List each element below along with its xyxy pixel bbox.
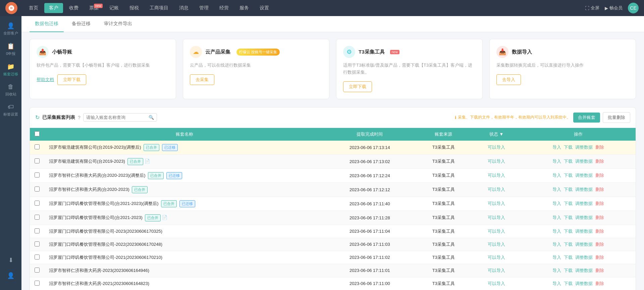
action-下载[interactable]: 下载 <box>564 187 573 192</box>
action-导入[interactable]: 导入 <box>552 255 561 260</box>
action-删除[interactable]: 删除 <box>595 268 604 273</box>
search-submit-icon[interactable]: 🔍 <box>149 115 154 120</box>
action-下载[interactable]: 下载 <box>564 242 573 247</box>
action-删除[interactable]: 删除 <box>595 173 604 178</box>
row-checkbox-9[interactable] <box>35 255 40 260</box>
row-checkbox-3[interactable] <box>35 172 40 177</box>
nav-operation[interactable]: 经营 <box>215 3 233 13</box>
member-btn[interactable]: ▶ 畅会员 <box>605 5 623 11</box>
action-调整数据[interactable]: 调整数据 <box>575 268 593 273</box>
action-下载[interactable]: 下载 <box>564 159 573 164</box>
row-time: 2023-06-06 17:11:40 <box>325 197 415 211</box>
user-btn[interactable]: 👤 <box>4 269 17 282</box>
action-下载[interactable]: 下载 <box>564 229 573 234</box>
xiaochang-help-link[interactable]: 帮助文档 <box>37 77 54 83</box>
action-下载[interactable]: 下载 <box>564 215 573 220</box>
action-调整数据[interactable]: 调整数据 <box>575 145 593 150</box>
action-下载[interactable]: 下载 <box>564 145 573 150</box>
row-checkbox-6[interactable] <box>35 215 40 220</box>
action-下载[interactable]: 下载 <box>564 201 573 206</box>
action-调整数据[interactable]: 调整数据 <box>575 242 593 247</box>
xiaochang-download-btn[interactable]: 立即下载 <box>57 74 86 85</box>
select-all-checkbox[interactable] <box>35 131 40 136</box>
action-删除[interactable]: 删除 <box>595 242 604 247</box>
action-删除[interactable]: 删除 <box>595 187 604 192</box>
fullscreen-btn[interactable]: ⛶ 全屏 <box>585 5 599 11</box>
sidebar-item-all-clients[interactable]: 👤 全部客户 <box>0 19 21 39</box>
nav-message[interactable]: 消息 <box>174 3 193 13</box>
tab-audit-export[interactable]: 审计文件导出 <box>99 16 138 32</box>
action-导入[interactable]: 导入 <box>552 229 561 234</box>
sidebar-item-account-migrate[interactable]: 📁 账套迁移 <box>0 60 21 80</box>
user-avatar[interactable]: CE <box>628 3 639 13</box>
tab-backup-migrate[interactable]: 备份迁移 <box>66 16 96 32</box>
nav-home[interactable]: 首页 <box>24 3 43 13</box>
nav-charge[interactable]: 收费 <box>64 3 83 13</box>
row-checkbox-11[interactable] <box>35 281 40 286</box>
action-导入[interactable]: 导入 <box>552 159 561 164</box>
hint-text: ℹ 采集、下载的文件，有效期半年，有效期内可以导入到系统中。 <box>455 115 571 120</box>
nav-service[interactable]: 服务 <box>235 3 254 13</box>
action-删除[interactable]: 删除 <box>595 215 604 220</box>
action-导入[interactable]: 导入 <box>552 242 561 247</box>
action-调整数据[interactable]: 调整数据 <box>575 255 593 260</box>
nav-ticket[interactable]: 票据 new <box>85 3 103 13</box>
app-logo[interactable] <box>5 2 17 14</box>
action-调整数据[interactable]: 调整数据 <box>575 187 593 192</box>
t3-download-btn[interactable]: 立即下载 <box>343 81 372 92</box>
search-input[interactable] <box>86 115 147 120</box>
action-调整数据[interactable]: 调整数据 <box>575 201 593 206</box>
row-checkbox-2[interactable] <box>35 158 40 163</box>
action-调整数据[interactable]: 调整数据 <box>575 173 593 178</box>
nav-bookkeep[interactable]: 记账 <box>105 3 123 13</box>
action-下载[interactable]: 下载 <box>564 281 573 286</box>
download-btn[interactable]: ⬇ <box>6 254 16 267</box>
tag-blue: 已迁移 <box>166 172 182 179</box>
merge-accounts-btn[interactable]: 合并账套 <box>573 113 600 123</box>
refresh-icon[interactable]: ↻ <box>35 114 40 121</box>
action-下载[interactable]: 下载 <box>564 173 573 178</box>
action-导入[interactable]: 导入 <box>552 281 561 286</box>
nav-settings[interactable]: 设置 <box>255 3 274 13</box>
action-删除[interactable]: 删除 <box>595 229 604 234</box>
action-调整数据[interactable]: 调整数据 <box>575 281 593 286</box>
row-checkbox-10[interactable] <box>35 268 40 273</box>
nav-manage[interactable]: 管理 <box>195 3 213 13</box>
action-导入[interactable]: 导入 <box>552 215 561 220</box>
action-导入[interactable]: 导入 <box>552 268 561 273</box>
row-checkbox-8[interactable] <box>35 241 40 246</box>
action-删除[interactable]: 删除 <box>595 145 604 150</box>
help-icon[interactable]: ? <box>78 115 80 120</box>
member-icon: ▶ <box>605 6 608 11</box>
nav-customer[interactable]: 客户 <box>44 3 63 13</box>
action-调整数据[interactable]: 调整数据 <box>575 159 593 164</box>
action-导入[interactable]: 导入 <box>552 201 561 206</box>
action-导入[interactable]: 导入 <box>552 187 561 192</box>
sidebar-item-recycle[interactable]: 🗑 回收站 <box>0 80 21 100</box>
row-checkbox-5[interactable] <box>35 201 40 206</box>
action-下载[interactable]: 下载 <box>564 255 573 260</box>
action-删除[interactable]: 删除 <box>595 281 604 286</box>
action-删除[interactable]: 删除 <box>595 159 604 164</box>
action-调整数据[interactable]: 调整数据 <box>575 215 593 220</box>
row-checkbox-7[interactable] <box>35 228 40 233</box>
row-checkbox-1[interactable] <box>35 144 40 149</box>
action-调整数据[interactable]: 调整数据 <box>575 229 593 234</box>
sidebar-item-zero-declare[interactable]: 📋 0申报 <box>0 39 21 60</box>
action-下载[interactable]: 下载 <box>564 268 573 273</box>
tag-green: 已合并 <box>145 214 161 221</box>
action-删除[interactable]: 删除 <box>595 201 604 206</box>
nav-tax[interactable]: 报税 <box>125 3 144 13</box>
sidebar-item-tag-settings[interactable]: 🏷 标签设置 <box>0 100 21 120</box>
row-checkbox-4[interactable] <box>35 187 40 192</box>
batch-delete-btn[interactable]: 批量删除 <box>603 112 630 123</box>
t3-icon: ⚙ <box>343 46 355 58</box>
table-row: 汨罗屋门口哔叽餐饮管理有限公司-2022(20230606170248)2023… <box>30 238 636 251</box>
cloud-collect-btn[interactable]: 去采集 <box>190 74 214 85</box>
tab-data-migrate[interactable]: 数据包迁移 <box>30 16 64 32</box>
action-导入[interactable]: 导入 <box>552 173 561 178</box>
action-导入[interactable]: 导入 <box>552 145 561 150</box>
action-删除[interactable]: 删除 <box>595 255 604 260</box>
nav-business[interactable]: 工商项目 <box>145 3 173 13</box>
import-go-btn[interactable]: 去导入 <box>496 74 521 85</box>
